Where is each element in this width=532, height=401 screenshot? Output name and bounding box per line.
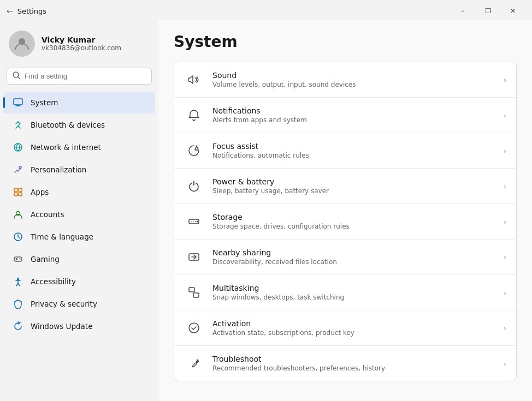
sidebar-item-label: Windows Update [31,322,92,331]
power-title: Power & battery [212,177,504,186]
sidebar-item-label: System [31,98,58,107]
sidebar-item-gaming[interactable]: Gaming [3,248,155,270]
svg-line-2 [18,77,20,79]
svg-point-27 [189,323,199,333]
search-icon [13,71,20,81]
app-title: Settings [17,7,46,15]
user-profile[interactable]: Vicky Kumar vk304836@outlook.com [0,24,158,65]
sidebar-item-accessibility[interactable]: Accessibility [3,271,155,292]
svg-rect-10 [14,193,17,196]
svg-rect-8 [14,188,17,191]
svg-point-18 [20,259,21,260]
sidebar-item-time[interactable]: Time & language [3,226,155,248]
system-icon [12,97,24,109]
settings-item-focus[interactable]: Focus assist Notifications, automatic ru… [174,133,516,169]
sidebar-item-privacy[interactable]: Privacy & security [3,293,155,315]
settings-list: Sound Volume levels, output, input, soun… [174,62,517,381]
chevron-right-icon: › [504,218,506,226]
content-area: System Sound Volume levels, output, inpu… [158,20,532,401]
storage-icon [184,212,204,231]
svg-rect-26 [193,293,199,297]
svg-point-17 [19,258,20,259]
troubleshoot-icon [184,354,204,373]
sound-desc: Volume levels, output, input, sound devi… [212,81,504,88]
sidebar-item-label: Gaming [31,255,60,264]
multitasking-icon [184,283,204,302]
nearby-title: Nearby sharing [212,248,504,257]
sidebar-item-personalization[interactable]: Personalization [3,159,155,181]
minimize-button[interactable]: − [450,3,475,19]
arrow-annotation [174,170,179,201]
settings-item-troubleshoot[interactable]: Troubleshoot Recommended troubleshooters… [174,346,516,381]
search-box[interactable] [7,68,152,85]
activation-desc: Activation state, subscriptions, product… [212,329,504,337]
chevron-right-icon: › [504,111,506,119]
notifications-title: Notifications [212,106,504,115]
maximize-button[interactable]: ❐ [475,3,500,19]
accessibility-icon [12,276,24,288]
settings-item-power[interactable]: Power & battery Sleep, battery usage, ba… [174,169,516,204]
settings-item-nearby[interactable]: Nearby sharing Discoverability, received… [174,240,516,275]
sidebar-item-apps[interactable]: Apps [3,181,155,203]
sidebar-item-label: Accounts [31,210,64,219]
nearby-desc: Discoverability, received files location [212,258,504,266]
nav-list: System Bluetooth & devices Network & int… [0,91,158,338]
close-button[interactable]: ✕ [500,3,525,19]
back-arrow-icon[interactable]: ← [7,7,13,15]
chevron-right-icon: › [504,147,506,155]
window-controls: − ❐ ✕ [450,3,525,19]
settings-item-multitasking[interactable]: Multitasking Snap windows, desktops, tas… [174,275,516,310]
sidebar: Vicky Kumar vk304836@outlook.com System … [0,20,158,401]
apps-icon [12,186,24,198]
sidebar-item-bluetooth[interactable]: Bluetooth & devices [3,114,155,136]
svg-point-19 [17,278,19,280]
network-icon [12,141,24,153]
sidebar-item-accounts[interactable]: Accounts [3,204,155,225]
avatar [9,31,35,57]
search-input[interactable] [25,72,146,80]
svg-point-23 [197,221,198,223]
chevron-right-icon: › [504,182,506,190]
nearby-icon [184,247,204,267]
sidebar-item-label: Time & language [31,232,93,241]
time-icon [12,231,24,243]
chevron-right-icon: › [504,324,506,332]
app-body: Vicky Kumar vk304836@outlook.com System … [0,20,532,401]
sound-title: Sound [212,71,504,80]
chevron-right-icon: › [504,76,506,84]
storage-title: Storage [212,213,504,222]
settings-item-activation[interactable]: Activation Activation state, subscriptio… [174,310,516,346]
gaming-icon [12,253,24,265]
sound-icon [184,70,204,89]
multitasking-title: Multitasking [212,284,504,292]
svg-rect-9 [19,188,22,191]
focus-desc: Notifications, automatic rules [212,152,504,159]
svg-rect-3 [14,99,22,105]
power-icon [184,176,204,196]
troubleshoot-title: Troubleshoot [212,355,504,363]
sidebar-item-network[interactable]: Network & internet [3,136,155,158]
sidebar-item-label: Privacy & security [31,300,97,308]
settings-item-notifications[interactable]: Notifications Alerts from apps and syste… [174,98,516,133]
focus-icon [184,141,204,160]
power-desc: Sleep, battery usage, battery saver [212,187,504,195]
page-title: System [174,33,517,51]
sidebar-item-label: Accessibility [31,277,76,286]
settings-item-sound[interactable]: Sound Volume levels, output, input, soun… [174,62,516,98]
activation-title: Activation [212,319,504,328]
sidebar-item-system[interactable]: System [3,92,155,113]
user-name: Vicky Kumar [42,35,121,44]
user-info: Vicky Kumar vk304836@outlook.com [42,35,121,52]
sidebar-item-label: Apps [31,188,49,196]
sidebar-item-label: Bluetooth & devices [31,121,105,129]
settings-item-storage[interactable]: Storage Storage space, drives, configura… [174,204,516,240]
personalization-icon [12,164,24,176]
multitasking-desc: Snap windows, desktops, task switching [212,294,504,301]
sidebar-item-label: Personalization [31,165,86,174]
svg-point-7 [19,166,21,169]
update-icon [12,320,24,332]
bluetooth-icon [12,119,24,131]
chevron-right-icon: › [504,253,506,261]
title-bar-left: ← Settings [7,7,46,15]
sidebar-item-update[interactable]: Windows Update [3,315,155,337]
